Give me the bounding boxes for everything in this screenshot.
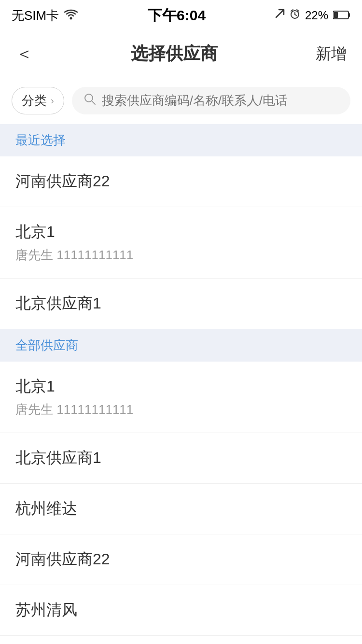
- back-button[interactable]: ＜: [15, 42, 33, 66]
- item-contact: 唐先生 11111111111: [15, 401, 347, 418]
- list-item[interactable]: 北京供应商1: [0, 279, 362, 329]
- list-item[interactable]: 河南供应商22: [0, 534, 362, 585]
- item-name: 北京供应商1: [15, 293, 347, 314]
- status-time: 下午6:04: [148, 6, 206, 26]
- chevron-right-icon: ›: [51, 95, 54, 106]
- item-name: 北京1: [15, 376, 347, 397]
- list-item[interactable]: 苏州清风: [0, 585, 362, 636]
- category-button[interactable]: 分类 ›: [12, 87, 64, 114]
- list-item[interactable]: 北京1 唐先生 11111111111: [0, 362, 362, 433]
- search-input[interactable]: [102, 93, 339, 108]
- all-section-title: 全部供应商: [15, 338, 78, 352]
- all-section-header: 全部供应商: [0, 329, 362, 362]
- search-icon: [84, 93, 96, 109]
- item-name: 杭州维达: [15, 498, 347, 519]
- svg-rect-4: [334, 12, 338, 18]
- alarm-icon: [290, 9, 300, 22]
- carrier-text: 无SIM卡: [12, 7, 59, 24]
- list-item[interactable]: 北京1 唐先生 11111111111: [0, 207, 362, 279]
- svg-point-0: [70, 17, 72, 19]
- svg-rect-3: [348, 13, 350, 17]
- search-box[interactable]: [72, 87, 350, 114]
- recent-section-title: 最近选择: [15, 133, 66, 147]
- all-items-list: 北京1 唐先生 11111111111 北京供应商1 杭州维达 河南供应商22 …: [0, 362, 362, 636]
- recent-items-list: 河南供应商22 北京1 唐先生 11111111111 北京供应商1: [0, 156, 362, 329]
- list-item[interactable]: 杭州维达: [0, 484, 362, 534]
- status-bar: 无SIM卡 下午6:04 22%: [0, 0, 362, 31]
- category-label: 分类: [22, 92, 47, 109]
- battery-text: 22%: [305, 9, 328, 22]
- item-name: 北京1: [15, 222, 347, 243]
- wifi-icon: [64, 8, 78, 23]
- page-title: 选择供应商: [131, 42, 218, 66]
- location-icon: [275, 9, 285, 22]
- recent-section-header: 最近选择: [0, 124, 362, 156]
- nav-bar: ＜ 选择供应商 新增: [0, 31, 362, 77]
- item-name: 北京供应商1: [15, 448, 347, 469]
- item-name: 河南供应商22: [15, 549, 347, 570]
- filter-bar: 分类 ›: [0, 77, 362, 124]
- item-name: 苏州清风: [15, 600, 347, 621]
- item-name: 河南供应商22: [15, 171, 347, 192]
- list-item[interactable]: 北京供应商1: [0, 433, 362, 484]
- battery-icon: [333, 9, 350, 22]
- item-contact: 唐先生 11111111111: [15, 247, 347, 264]
- list-item[interactable]: 河南供应商22: [0, 156, 362, 207]
- new-action-button[interactable]: 新增: [316, 43, 347, 65]
- status-right: 22%: [275, 9, 350, 22]
- status-left: 无SIM卡: [12, 7, 78, 24]
